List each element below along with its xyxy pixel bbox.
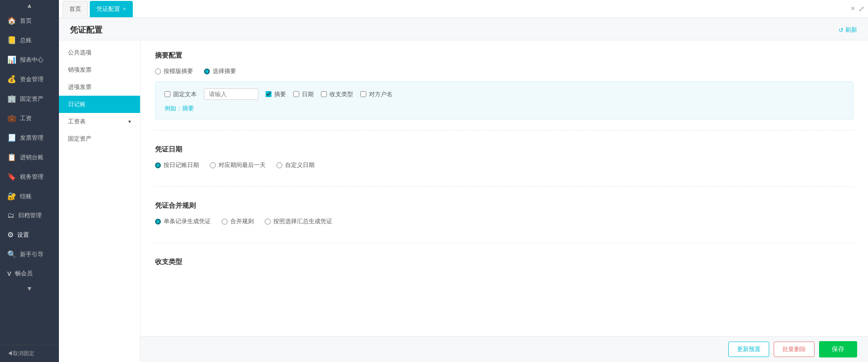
select-summary-radio[interactable]: 选择摘要 [204,67,236,75]
sidebar-item-guide[interactable]: 🔍 新手引导 [0,245,59,264]
close-account-icon: 🔐 [7,192,16,201]
tab-bar: 首页 凭证配置 × × ⤢ [59,0,868,18]
right-content: 摘要配置 按模版摘要 选择摘要 [141,40,868,336]
asset-icon: 🏢 [7,94,16,103]
sidebar: ▲ 🏠 首页 📒 总账 📊 报表中心 💰 资金管理 🏢 固定资产 💼 工资 🧾 … [0,0,59,362]
tab-voucher-config[interactable]: 凭证配置 × [90,1,133,17]
counterpart-name-checkbox[interactable]: 对方户名 [360,90,393,98]
sidebar-item-home[interactable]: 🏠 首页 [0,11,59,30]
merge-rules-title: 凭证合并规则 [155,201,853,210]
sidebar-item-close[interactable]: 🔐 结账 [0,186,59,206]
window-maximize-icon[interactable]: ⤢ [858,5,864,13]
merge-rules-section: 凭证合并规则 单条记录生成凭证 合并规则 按照选择汇总生成凭证 [155,201,853,243]
income-expense-checkbox[interactable]: 收支类型 [321,90,353,98]
left-nav: 公共选项 销项发票 进项发票 日记账 工资表 ▾ 固定资产 [59,40,141,362]
guide-icon: 🔍 [7,250,16,259]
sidebar-scroll-down[interactable]: ▼ [0,283,59,294]
refresh-icon: ↺ [839,27,844,34]
template-summary-radio[interactable]: 按模版摘要 [155,67,193,75]
chevron-down-icon: ▾ [128,118,131,125]
summary-checkbox[interactable]: 摘要 [266,90,286,98]
report-icon: 📊 [7,55,16,64]
summary-config-title: 摘要配置 [155,51,853,60]
summary-radio-group: 按模版摘要 选择摘要 [155,67,853,75]
voucher-date-section: 凭证日期 按日记账日期 对应期间最后一天 自定义日期 [155,145,853,187]
income-expense-title: 收支类型 [155,258,853,266]
sidebar-item-fund[interactable]: 💰 资金管理 [0,69,59,89]
page-title: 凭证配置 [70,24,102,35]
income-expense-section: 收支类型 [155,258,853,284]
left-nav-item-journal[interactable]: 日记账 [59,96,140,113]
sidebar-item-ledger[interactable]: 📒 总账 [0,30,59,50]
fixed-text-input[interactable] [204,88,258,100]
home-icon: 🏠 [7,16,16,25]
fixed-text-checkbox[interactable]: 固定文本 [165,90,197,98]
sidebar-item-report[interactable]: 📊 报表中心 [0,50,59,69]
sidebar-item-asset[interactable]: 🏢 固定资产 [0,89,59,108]
voucher-date-radio-group: 按日记账日期 对应期间最后一天 自定义日期 [155,161,853,169]
save-button[interactable]: 保存 [819,341,857,357]
select-summary-generate-radio[interactable]: 按照选择汇总生成凭证 [265,217,332,225]
left-nav-item-fixed-assets[interactable]: 固定资产 [59,130,140,147]
fund-icon: 💰 [7,75,16,83]
custom-date-radio[interactable]: 自定义日期 [276,161,315,169]
window-close-icon[interactable]: × [851,5,855,13]
sidebar-item-vip[interactable]: V 畅会员 [0,264,59,283]
content-layout: 公共选项 销项发票 进项发票 日记账 工资表 ▾ 固定资产 [59,40,868,362]
left-nav-item-public[interactable]: 公共选项 [59,44,140,61]
left-nav-item-purchase-invoice[interactable]: 进项发票 [59,78,140,96]
refresh-button[interactable]: ↺ 刷新 [839,26,857,34]
journal-date-radio[interactable]: 按日记账日期 [155,161,199,169]
single-record-radio[interactable]: 单条记录生成凭证 [155,217,211,225]
sidebar-item-archive[interactable]: 🗂 归档管理 [0,206,59,225]
batch-delete-button[interactable]: 批量删除 [774,342,815,357]
archive-icon: 🗂 [7,211,15,220]
tab-home[interactable]: 首页 [63,1,88,17]
salary-icon: 💼 [7,114,16,122]
vip-icon: V [7,270,11,277]
merge-rules-radio[interactable]: 合并规则 [222,217,254,225]
action-bar: 更新预置 批量删除 保存 [141,336,868,362]
sidebar-item-invoice[interactable]: 🧾 发票管理 [0,128,59,147]
sidebar-unpin-button[interactable]: ◀取消固定 [0,345,59,362]
settings-icon: ⚙ [7,230,14,239]
sidebar-item-settings[interactable]: ⚙ 设置 [0,225,59,245]
page-header: 凭证配置 ↺ 刷新 [59,18,868,40]
merge-rules-radio-group: 单条记录生成凭证 合并规则 按照选择汇总生成凭证 [155,217,853,225]
sidebar-item-purchase-sale[interactable]: 📋 进销台账 [0,147,59,167]
period-last-day-radio[interactable]: 对应期间最后一天 [210,161,266,169]
ledger-icon: 📒 [7,36,16,44]
sidebar-item-tax[interactable]: 🔖 税务管理 [0,167,59,186]
left-nav-item-payroll[interactable]: 工资表 ▾ [59,113,140,130]
example-text: 例如：摘要 [165,104,844,113]
purchase-sale-icon: 📋 [7,153,16,161]
tax-icon: 🔖 [7,172,16,181]
invoice-icon: 🧾 [7,133,16,142]
main-area: 首页 凭证配置 × × ⤢ 凭证配置 ↺ 刷新 公共选项 销项发票 进 [59,0,868,362]
sidebar-scroll-up[interactable]: ▲ [0,0,59,11]
date-checkbox[interactable]: 日期 [293,90,314,98]
summary-config-panel: 固定文本 摘要 日期 [155,82,853,119]
tab-close-icon[interactable]: × [123,6,126,12]
voucher-date-title: 凭证日期 [155,145,853,154]
window-controls: × ⤢ [851,5,864,13]
summary-checkboxes-row: 固定文本 摘要 日期 [165,88,844,100]
sidebar-item-salary[interactable]: 💼 工资 [0,108,59,128]
left-nav-item-sales-invoice[interactable]: 销项发票 [59,61,140,78]
summary-config-section: 摘要配置 按模版摘要 选择摘要 [155,51,853,131]
update-preview-button[interactable]: 更新预置 [728,342,769,357]
